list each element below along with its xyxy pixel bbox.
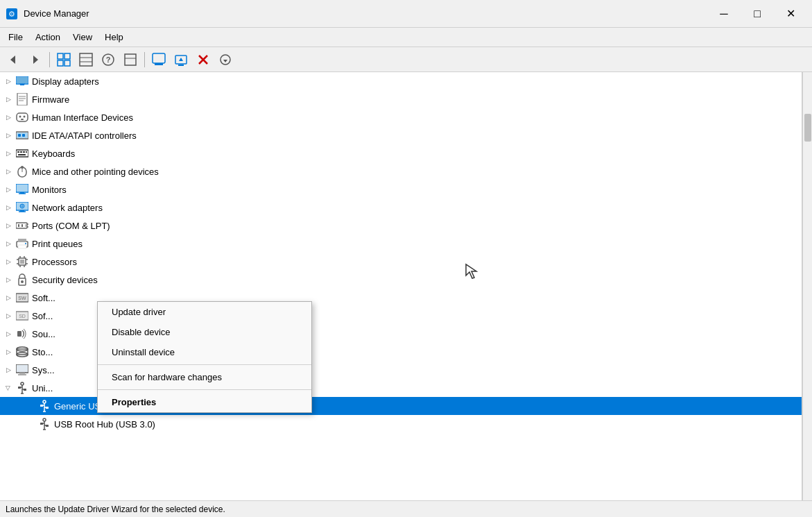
scan-changes-toolbar-button[interactable] [171,50,191,69]
svg-point-96 [21,382,24,385]
tree-item-display-adapters[interactable]: ▷ Display adapters [0,72,802,90]
expand-hid[interactable]: ▷ [3,112,14,123]
tree-item-keyboards[interactable]: ▷ Keyboards [0,144,802,162]
tree-item-ide[interactable]: ▷ IDE ATA/ATAPI controllers [0,126,802,144]
svg-point-33 [19,116,21,118]
scrollbar-thumb[interactable] [804,114,811,142]
svg-rect-8 [80,53,92,66]
software2-label: Sof... [32,311,53,321]
update-button[interactable] [215,50,236,69]
ide-label: IDE ATA/ATAPI controllers [32,130,137,141]
storage-label: Sto... [32,347,53,357]
maximize-button[interactable]: □ [741,3,773,25]
tree-item-processors[interactable]: ▷ Processors [0,253,802,271]
svg-point-104 [43,400,46,403]
properties-help-button[interactable]: ? [98,50,119,69]
expand-system[interactable]: ▷ [3,364,14,375]
context-menu-uninstall-device[interactable]: Uninstall device [98,342,311,362]
expand-storage[interactable]: ▷ [3,346,14,357]
context-menu-scan-hardware[interactable]: Scan for hardware changes [98,367,311,387]
tree-item-hid[interactable]: ▷ Human Interface Devices [0,108,802,126]
hid-label: Human Interface Devices [32,112,133,123]
context-menu-properties[interactable]: Properties [98,392,311,412]
expand-keyboards[interactable]: ▷ [3,148,14,159]
expand-sound[interactable]: ▷ [3,328,14,339]
expand-software1[interactable]: ▷ [3,292,14,303]
svg-marker-3 [33,56,38,64]
svg-rect-90 [17,349,28,355]
svg-point-81 [21,280,24,283]
expand-ports[interactable]: ▷ [3,220,14,231]
svg-rect-27 [20,84,24,85]
expand-usb-child-2[interactable] [25,418,36,430]
context-menu-separator-2 [98,389,311,390]
mice-icon [15,164,29,178]
usb-child-1-icon [37,399,51,413]
scrollbar-track[interactable] [802,72,812,500]
expand-monitors[interactable]: ▷ [3,184,14,195]
forward-button[interactable] [25,50,46,69]
menu-action[interactable]: Action [30,30,66,44]
svg-rect-48 [21,166,24,169]
expand-usb[interactable]: ▷ [3,382,14,393]
expand-security[interactable]: ▷ [3,274,14,285]
svg-rect-41 [17,151,19,153]
minimize-button[interactable]: ─ [708,3,740,25]
security-icon [15,273,29,287]
processors-icon [15,255,29,269]
uninstall-toolbar-button[interactable] [193,50,214,69]
context-menu-disable-device[interactable]: Disable device [98,322,311,342]
close-button[interactable]: ✕ [775,3,806,25]
update-driver-toolbar-button[interactable] [148,50,169,69]
tree-item-usb-child-2[interactable]: USB Root Hub (USB 3.0) [0,415,802,433]
show-all-button[interactable] [53,50,74,69]
svg-rect-25 [17,77,28,83]
menu-view[interactable]: View [67,30,98,44]
toolbar-separator-2 [144,52,145,67]
tree-item-print[interactable]: ▷ Print queues [0,235,802,253]
toolbar: ? [0,47,812,72]
svg-rect-116 [40,423,43,425]
svg-rect-93 [17,365,28,372]
expand-print[interactable]: ▷ [3,238,14,249]
hid-icon [15,110,29,124]
expand-processors[interactable]: ▷ [3,256,14,267]
expand-network[interactable]: ▷ [3,202,14,213]
view-resources-button[interactable] [120,50,141,69]
menu-file[interactable]: File [3,30,28,44]
expand-usb-child-1[interactable] [25,400,36,412]
window-controls: ─ □ ✕ [708,3,806,25]
expand-software2[interactable]: ▷ [3,310,14,321]
expand-mice[interactable]: ▷ [3,166,14,177]
monitors-label: Monitors [32,185,67,195]
svg-rect-101 [24,389,26,391]
title-bar: ⚙ Device Manager ─ □ ✕ [0,0,812,28]
svg-rect-16 [155,63,163,65]
context-menu: Update driver Disable device Uninstall d… [97,301,312,413]
title-bar-left: ⚙ Device Manager [6,8,89,20]
show-class-button[interactable] [76,50,96,69]
software1-icon: SW [15,291,29,305]
window-title: Device Manager [24,8,89,19]
tree-item-firmware[interactable]: ▷ Firmware [0,90,802,108]
tree-item-mice[interactable]: ▷ Mice and other pointing devices [0,162,802,180]
svg-marker-19 [179,58,183,61]
expand-firmware[interactable]: ▷ [3,94,14,105]
expand-display-adapters[interactable]: ▷ [3,76,14,87]
tree-item-monitors[interactable]: ▷ Monitors [0,180,802,198]
device-tree[interactable]: ▷ Display adapters ▷ [0,72,802,500]
tree-item-security[interactable]: ▷ Security devices [0,271,802,289]
tree-item-network[interactable]: ▷ Network adapters [0,198,802,217]
back-button[interactable] [3,50,24,69]
menu-help[interactable]: Help [99,30,129,44]
usb-icon [15,381,29,395]
context-menu-update-driver[interactable]: Update driver [98,302,311,322]
svg-rect-50 [17,185,28,192]
svg-rect-43 [23,151,25,153]
svg-text:⚙: ⚙ [8,10,15,18]
svg-rect-40 [16,150,28,157]
tree-item-ports[interactable]: ▷ Ports (COM & LPT) [0,217,802,235]
svg-rect-15 [153,53,165,63]
monitors-icon [15,183,29,196]
expand-ide[interactable]: ▷ [3,130,14,141]
